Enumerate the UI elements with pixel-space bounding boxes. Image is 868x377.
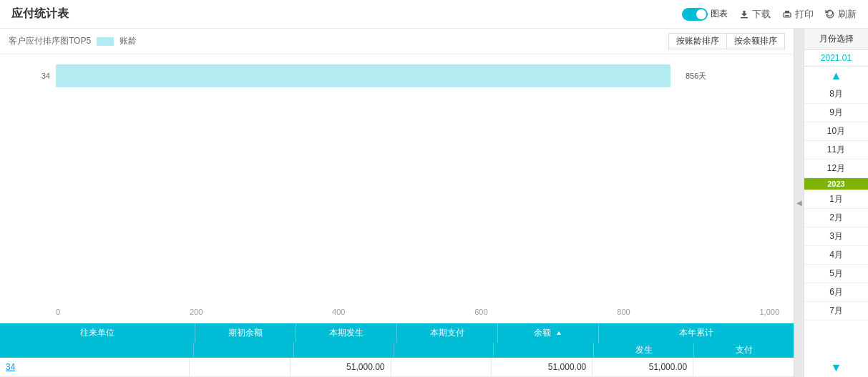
month-8[interactable]: 8月 [804, 85, 868, 104]
sidebar-months-list: 8月 9月 10月 11月 12月 2023 1月 2月 3月 4月 5月 6月… [804, 85, 868, 358]
axis-tick-600: 600 [474, 308, 487, 316]
month-7[interactable]: 7月 [804, 302, 868, 320]
th-opening: 期初余额 [195, 323, 296, 343]
th-opening-sub [194, 343, 294, 358]
month-3[interactable]: 3月 [804, 227, 868, 246]
axis-tick-200: 200 [190, 308, 203, 316]
th-occurrence-sub [294, 343, 394, 358]
cell-ytd-occurrence: 51,000.00 [593, 358, 693, 376]
sidebar-up-button[interactable]: ▲ [804, 67, 868, 85]
cell-unit[interactable]: 34 [0, 358, 190, 376]
sidebar-header: 月份选择 [804, 29, 868, 50]
download-icon [739, 9, 749, 19]
sort-icon [555, 330, 562, 337]
svg-rect-4 [785, 16, 789, 17]
legend-title: 客户应付排序图TOP5 [9, 35, 91, 47]
cell-opening [190, 358, 291, 376]
data-table: 往来单位 期初余额 本期发生 本期支付 余额 本年累计 发生 [0, 323, 794, 377]
month-5[interactable]: 5月 [804, 265, 868, 283]
th-unit-sub [0, 343, 194, 358]
bar-value-34: 856天 [686, 71, 706, 82]
th-payment: 本期支付 [397, 323, 498, 343]
svg-rect-2 [785, 11, 789, 13]
sidebar-current-date[interactable]: 2021.01 [804, 50, 868, 67]
axis-tick-0: 0 [56, 308, 60, 316]
axis-tick-400: 400 [332, 308, 345, 316]
svg-rect-3 [785, 15, 789, 16]
x-axis: 0 200 400 600 800 1,000 [29, 308, 779, 316]
axis-tick-1000: 1,000 [759, 308, 779, 316]
month-1[interactable]: 1月 [804, 190, 868, 209]
sort-by-amount-button[interactable]: 按账龄排序 [668, 33, 726, 49]
print-icon [782, 9, 792, 19]
year-2023-marker: 2023 [804, 178, 868, 190]
download-label: 下载 [752, 8, 771, 21]
legend-color-box [97, 37, 114, 46]
table-row: 34 51,000.00 51,000.00 51,000.00 [0, 358, 794, 377]
page-title: 应付统计表 [11, 6, 69, 21]
month-10[interactable]: 10月 [804, 122, 868, 141]
print-button[interactable]: 打印 [782, 8, 814, 21]
refresh-button[interactable]: 刷新 [825, 8, 857, 21]
sidebar-toggle[interactable]: ◀ [794, 29, 804, 377]
svg-marker-5 [557, 331, 561, 335]
month-9[interactable]: 9月 [804, 104, 868, 122]
th-occurrence: 本期发生 [296, 323, 397, 343]
toggle-label: 图表 [711, 8, 728, 20]
cell-occurrence: 51,000.00 [291, 358, 391, 376]
bar-34: 856天 [56, 64, 670, 87]
chart-area: 34 856天 0 200 400 600 800 1,000 [0, 54, 794, 323]
th-ytd-group: 本年累计 [599, 323, 794, 343]
sort-by-balance-button[interactable]: 按余额排序 [726, 33, 785, 49]
th-unit: 往来单位 [0, 323, 195, 343]
month-12[interactable]: 12月 [804, 160, 868, 178]
print-label: 打印 [795, 8, 814, 21]
chart-legend: 客户应付排序图TOP5 账龄 [9, 35, 137, 47]
month-sidebar: 月份选择 2021.01 ▲ 8月 9月 10月 11月 12月 2023 1月… [804, 29, 868, 377]
cell-ytd-payment [693, 358, 794, 376]
download-button[interactable]: 下载 [739, 8, 771, 21]
cell-balance: 51,000.00 [492, 358, 593, 376]
chart-toggle[interactable]: 图表 [682, 8, 728, 21]
axis-tick-800: 800 [617, 308, 630, 316]
th-ytd-occurrence: 发生 [594, 343, 694, 358]
th-ytd-payment: 支付 [694, 343, 794, 358]
month-11[interactable]: 11月 [804, 141, 868, 160]
chart-bar-row: 34 856天 [29, 64, 779, 87]
refresh-label: 刷新 [838, 8, 857, 21]
legend-label: 账龄 [120, 35, 137, 47]
month-6[interactable]: 6月 [804, 283, 868, 302]
th-payment-sub [394, 343, 494, 358]
svg-rect-0 [741, 17, 748, 19]
th-balance-sub [494, 343, 594, 358]
month-4[interactable]: 4月 [804, 246, 868, 265]
th-balance: 余额 [498, 323, 599, 343]
refresh-icon [825, 9, 835, 19]
cell-payment [391, 358, 492, 376]
month-2[interactable]: 2月 [804, 209, 868, 227]
bar-label-34: 34 [29, 72, 50, 80]
sidebar-down-button[interactable]: ▼ [804, 358, 868, 377]
